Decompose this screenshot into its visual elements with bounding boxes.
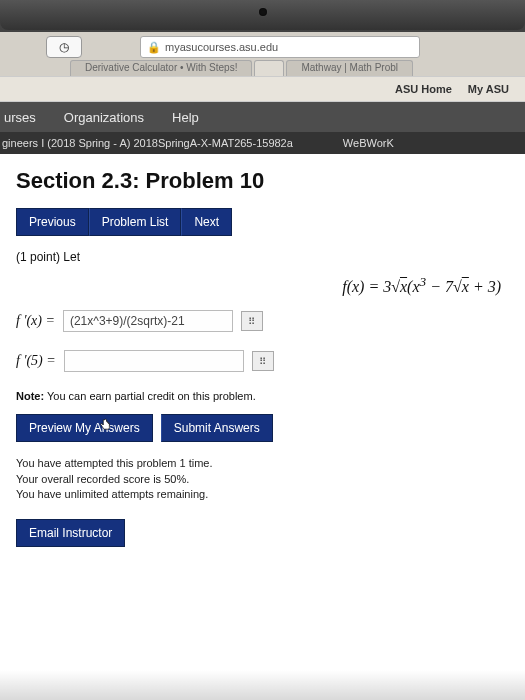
keypad-icon[interactable]: ⠿ [252, 351, 274, 371]
attempt-info: You have attempted this problem 1 time. … [16, 456, 509, 502]
main-nav: urses Organizations Help [0, 102, 525, 132]
problem-prompt: (1 point) Let [16, 250, 509, 264]
attempts-line: You have attempted this problem 1 time. [16, 456, 509, 471]
url-host: myasucourses.asu.edu [165, 41, 278, 53]
remaining-line: You have unlimited attempts remaining. [16, 487, 509, 502]
f5-label: f ′(5) = [16, 353, 56, 369]
fprime-input[interactable] [63, 310, 233, 332]
history-button[interactable]: ◷ [46, 36, 82, 58]
problem-list-button[interactable]: Problem List [89, 208, 182, 236]
next-button[interactable]: Next [181, 208, 232, 236]
email-row: Email Instructor [16, 519, 509, 547]
asu-home-link[interactable]: ASU Home [395, 83, 452, 95]
laptop-bezel [0, 0, 525, 30]
browser-chrome: ◷ 🔒 myasucourses.asu.edu Derivative Calc… [0, 32, 525, 76]
fprime-label: f ′(x) = [16, 313, 55, 329]
course-id-bar: gineers I (2018 Spring - A) 2018SpringA-… [0, 132, 525, 154]
my-asu-link[interactable]: My ASU [468, 83, 509, 95]
email-instructor-button[interactable]: Email Instructor [16, 519, 125, 547]
lock-icon: 🔒 [147, 41, 161, 54]
footer-shadow [0, 670, 525, 700]
tab-derivative-calc[interactable]: Derivative Calculator • With Steps! [70, 60, 252, 76]
submit-answers-button[interactable]: Submit Answers [161, 414, 273, 442]
fprime-row: f ′(x) = ⠿ [16, 310, 509, 332]
answer-button-row: Preview My Answers Submit Answers [16, 414, 509, 442]
clock-icon: ◷ [59, 40, 69, 54]
page-title: Section 2.3: Problem 10 [16, 168, 509, 194]
note-prefix: Note: [16, 390, 44, 402]
f5-input[interactable] [64, 350, 244, 372]
tab-mathway[interactable]: Mathway | Math Probl [286, 60, 413, 76]
score-line: Your overall recorded score is 50%. [16, 472, 509, 487]
preview-answers-button[interactable]: Preview My Answers [16, 414, 153, 442]
url-bar[interactable]: 🔒 myasucourses.asu.edu [140, 36, 420, 58]
nav-button-row: Previous Problem List Next [16, 208, 509, 236]
keypad-icon[interactable]: ⠿ [241, 311, 263, 331]
tab-current[interactable] [254, 60, 284, 76]
camera-dot [259, 8, 267, 16]
nav-help[interactable]: Help [172, 110, 199, 125]
partial-credit-note: Note: You can earn partial credit on thi… [16, 390, 509, 402]
problem-formula: f(x) = 3√x(x3 − 7√x + 3) [16, 274, 501, 296]
nav-organizations[interactable]: Organizations [64, 110, 144, 125]
nav-courses[interactable]: urses [4, 110, 36, 125]
webwork-label: WeBWorK [343, 137, 394, 149]
f5-row: f ′(5) = ⠿ [16, 350, 509, 372]
note-rest: You can earn partial credit on this prob… [44, 390, 256, 402]
asu-header: ASU Home My ASU [0, 76, 525, 102]
course-id: gineers I (2018 Spring - A) 2018SpringA-… [2, 137, 293, 149]
problem-content: Section 2.3: Problem 10 Previous Problem… [0, 154, 525, 700]
previous-button[interactable]: Previous [16, 208, 89, 236]
